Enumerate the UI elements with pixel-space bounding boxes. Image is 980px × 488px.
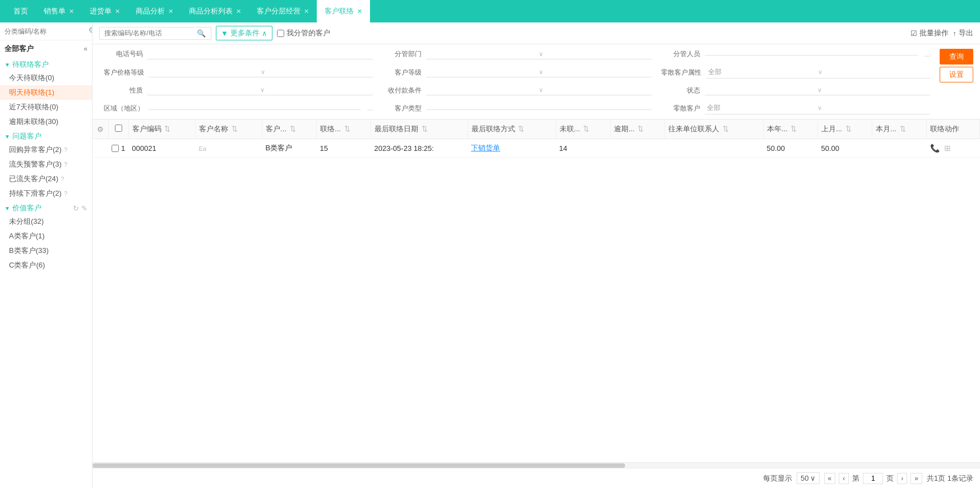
col-this-month[interactable]: 本月... ⇅: [872, 119, 927, 139]
sidebar-problem-triangle: ▼: [4, 133, 10, 140]
col-last-date[interactable]: 最后联络日期 ⇅: [371, 119, 468, 139]
sidebar-item-overdue[interactable]: 逾期未联络(30): [0, 114, 92, 129]
nav-close-customer-tier[interactable]: ✕: [304, 8, 309, 15]
export-btn[interactable]: ↑ 导出: [953, 28, 974, 38]
filter-retail-customer-select[interactable]: 全部 ∨: [705, 102, 930, 114]
search-input[interactable]: [104, 29, 197, 37]
last-page-btn[interactable]: »: [910, 473, 922, 484]
filter-gender: 性质 ∨: [99, 85, 378, 95]
filter-more-btn[interactable]: ▼ 更多条件 ∧: [216, 26, 272, 40]
col-last-month[interactable]: 上月... ⇅: [818, 119, 872, 139]
nav-home[interactable]: 首页: [6, 0, 36, 22]
col-name[interactable]: 客户名称 ⇅: [195, 119, 262, 139]
sidebar-value-group[interactable]: ▼ 价值客户 ↻ ✎: [0, 201, 92, 214]
search-wrap: 🔍: [99, 27, 211, 40]
col-last-method[interactable]: 最后联络方式 ⇅: [468, 119, 556, 139]
sidebar-item-classA[interactable]: A类客户(1): [0, 229, 92, 243]
sort-icon-this-month: ⇅: [900, 125, 906, 133]
sidebar: 🔍 全部客户 « ▼ 待联络客户 今天待联络(0) 明天待联络(1) 近7天待联…: [0, 22, 93, 488]
batch-btn[interactable]: ☑ 批量操作: [910, 28, 949, 38]
sidebar-all-customers[interactable]: 全部客户 «: [0, 40, 92, 57]
filter-dept-select[interactable]: ∨: [426, 49, 651, 59]
filter-status-select[interactable]: ∨: [705, 85, 930, 95]
row-checkbox[interactable]: [112, 145, 119, 152]
filter-manager-dots[interactable]: ...: [924, 50, 930, 58]
nav-customer-tier[interactable]: 客户分层经营 ✕: [249, 0, 317, 22]
col-contact-person[interactable]: 往来单位联系人 ⇅: [664, 119, 763, 139]
sidebar-item-declining[interactable]: 持续下滑客户(2) ?: [0, 186, 92, 201]
sidebar-item-tomorrow[interactable]: 明天待联络(1): [0, 85, 92, 100]
filter-payment-arrow-icon: ∨: [539, 86, 649, 94]
filter-price-level-label: 客户价格等级: [104, 68, 144, 77]
filter-customer-type: 客户类型: [378, 104, 657, 113]
table-select-all[interactable]: [115, 125, 122, 132]
sidebar-item-classB[interactable]: B类客户(33): [0, 243, 92, 258]
nav-close-sales[interactable]: ✕: [69, 8, 74, 15]
filter-price-level-select[interactable]: ∨: [149, 67, 373, 77]
row-action-grid-icon[interactable]: ⊞: [944, 144, 951, 153]
nav-close-product-analysis[interactable]: ✕: [168, 8, 173, 15]
sidebar-collapse-icon[interactable]: «: [84, 45, 87, 53]
col-code[interactable]: 客户编码 ⇅: [128, 119, 195, 139]
sidebar-problem-group[interactable]: ▼ 问题客户: [0, 129, 92, 142]
next-page-btn[interactable]: ›: [897, 473, 907, 484]
row-uncontacted: 14: [556, 139, 610, 158]
sort-icon-last-method: ⇅: [518, 125, 524, 133]
value-group-refresh-icon[interactable]: ↻: [73, 204, 79, 213]
nav-close-customer-contact[interactable]: ✕: [357, 8, 362, 15]
nav-sales[interactable]: 销售单 ✕: [36, 0, 82, 22]
reset-button[interactable]: 设置: [940, 67, 973, 82]
col-overdue[interactable]: 逾期... ⇅: [610, 119, 664, 139]
my-customer-checkbox-wrap[interactable]: 我分管的客户: [277, 28, 330, 38]
table-settings-col[interactable]: ⚙: [93, 119, 108, 139]
col-contact[interactable]: 联络... ⇅: [317, 119, 371, 139]
value-group-edit-icon[interactable]: ✎: [81, 204, 87, 213]
sidebar-item-today[interactable]: 今天待联络(0): [0, 71, 92, 85]
filter-region-dots[interactable]: ...: [367, 104, 373, 112]
col-uncontacted[interactable]: 未联... ⇅: [556, 119, 610, 139]
filter-status-arrow-icon: ∨: [817, 86, 928, 94]
my-customer-checkbox[interactable]: [277, 30, 284, 37]
page-size-select[interactable]: 50 ∨: [797, 472, 819, 484]
filter-retail-attr-select[interactable]: 全部 ∨: [706, 66, 930, 79]
content-area: 🔍 ▼ 更多条件 ∧ 我分管的客户 ☑ 批量操作 ↑ 导出: [93, 22, 980, 488]
sidebar-pending-group[interactable]: ▼ 待联络客户: [0, 57, 92, 71]
nav-product-list[interactable]: 商品分析列表 ✕: [181, 0, 249, 22]
sidebar-search-input[interactable]: [4, 27, 89, 35]
page-size-arrow-icon: ∨: [810, 474, 816, 482]
col-this-year[interactable]: 本年... ⇅: [764, 119, 818, 139]
sidebar-item-ungrouped[interactable]: 未分组(32): [0, 214, 92, 229]
nav-customer-contact[interactable]: 客户联络 ✕: [317, 0, 370, 22]
nav-close-product-list[interactable]: ✕: [236, 8, 241, 15]
filter-region: 区域（地区） ...: [99, 104, 378, 113]
sidebar-item-classC[interactable]: C类客户(6): [0, 258, 92, 273]
search-icon-btn[interactable]: 🔍: [197, 29, 206, 38]
query-button[interactable]: 查询: [940, 49, 973, 65]
sidebar-item-churn-warning[interactable]: 流失预警客户(3) ?: [0, 157, 92, 172]
page-input[interactable]: [863, 473, 883, 484]
nav-purchase[interactable]: 进货单 ✕: [82, 0, 128, 22]
filter-customer-type-select[interactable]: [426, 107, 651, 110]
horizontal-scrollbar[interactable]: [93, 462, 980, 468]
col-type[interactable]: 客户... ⇅: [262, 119, 317, 139]
filter-customer-level-select[interactable]: ∨: [426, 67, 651, 77]
row-action-phone-icon[interactable]: 📞: [930, 144, 940, 153]
filter-gender-select[interactable]: ∨: [147, 85, 373, 95]
sidebar-search-icon[interactable]: 🔍: [89, 27, 93, 35]
sidebar-item-churned[interactable]: 已流失客户(24) ?: [0, 172, 92, 186]
sidebar-item-abnormal[interactable]: 回购异常客户(2) ?: [0, 142, 92, 157]
row-contact-count: 15: [317, 139, 371, 158]
first-page-btn[interactable]: «: [824, 473, 836, 484]
scrollbar-thumb[interactable]: [93, 463, 625, 468]
nav-close-purchase[interactable]: ✕: [115, 8, 120, 15]
sidebar-item-7days[interactable]: 近7天待联络(0): [0, 100, 92, 114]
filter-payment-select[interactable]: ∨: [426, 85, 651, 95]
filter-retail-attr-arrow-icon: ∨: [818, 68, 928, 76]
filter-phone-label: 电话号码: [104, 49, 143, 59]
filter-manager-select[interactable]: [705, 53, 918, 56]
prev-page-btn[interactable]: ‹: [839, 473, 849, 484]
filter-region-select[interactable]: [149, 107, 360, 110]
filter-phone-input[interactable]: [147, 49, 373, 59]
nav-product-analysis[interactable]: 商品分析 ✕: [128, 0, 181, 22]
row-this-month: [872, 139, 927, 158]
